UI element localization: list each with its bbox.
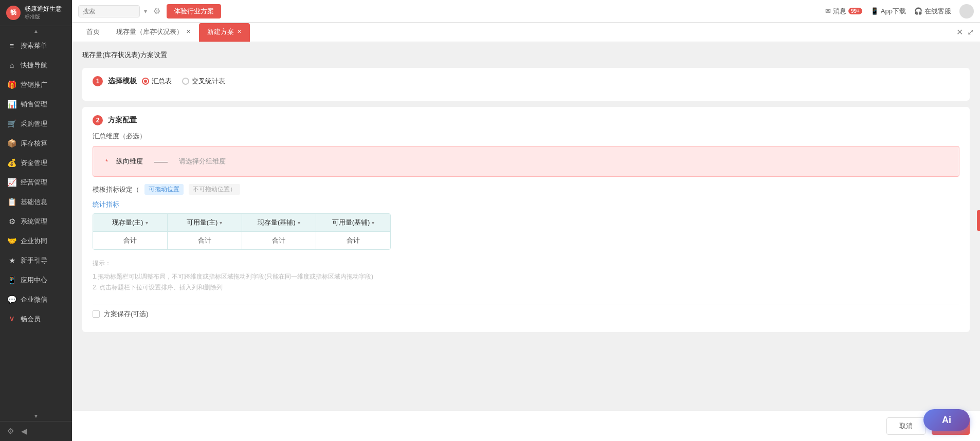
col-current-main: 现存量(主) ▾ 合计 <box>93 214 168 249</box>
sidebar-item-newbie[interactable]: ★ 新手引导 <box>0 251 72 270</box>
chevron-down-icon: ▾ <box>146 220 148 226</box>
col-current-main-cell: 合计 <box>93 232 167 249</box>
step1-block: 1 选择模板 汇总表 交叉统计表 <box>82 68 970 101</box>
home-tab-label: 首页 <box>86 27 100 36</box>
sidebar-item-partner[interactable]: 🤝 企业协同 <box>0 231 72 251</box>
dim-separator: —— <box>154 158 168 166</box>
step1-title: 选择模板 <box>108 77 137 86</box>
new-plan-tab-label: 新建方案 <box>207 27 234 36</box>
chevron-down-icon: ▾ <box>298 220 300 226</box>
topbar-gear-icon[interactable]: ⚙ <box>153 6 160 16</box>
sidebar-item-wechat[interactable]: 💬 企业微信 <box>0 290 72 309</box>
settings-icon[interactable]: ⚙ <box>7 427 14 436</box>
summary-dim-label: 汇总维度（必选） <box>93 132 959 141</box>
no-drag-badge: 不可拖动位置） <box>189 184 240 195</box>
message-badge: 99+ <box>848 8 862 14</box>
tab-new-plan-close-icon[interactable]: ✕ <box>237 28 242 35</box>
expand-window-icon[interactable]: ⤢ <box>967 27 974 37</box>
radio-cross[interactable]: 交叉统计表 <box>182 77 225 86</box>
topbar-right: ✉ 消息 99+ 📱 App下载 🎧 在线客服 <box>825 4 974 19</box>
app-icon: 📱 <box>870 7 879 15</box>
indicator-section: 模板指标设定（ 可拖动位置 不可拖动位置） 统计指标 现存量(主) ▾ 合计 <box>93 184 959 293</box>
system-icon: ⚙ <box>7 217 16 226</box>
vertical-dim-label: 纵向维度 <box>116 157 143 166</box>
avatar[interactable] <box>959 4 974 19</box>
stat-table-header: 现存量(主) ▾ 合计 可用量(主) ▾ 合计 <box>93 214 390 249</box>
save-checkbox[interactable] <box>93 310 100 318</box>
purchase-icon: 🛒 <box>7 119 16 128</box>
sidebar-item-marketing[interactable]: 🎁 营销推广 <box>0 75 72 95</box>
tip-2: 2. 点击标题栏下拉可设置排序、插入列和删除列 <box>93 282 959 293</box>
tab-home[interactable]: 首页 <box>78 23 108 42</box>
sidebar-item-finance[interactable]: 💰 资金管理 <box>0 153 72 173</box>
resize-handle[interactable] <box>977 210 980 231</box>
col-current-aux: 现存量(基辅) ▾ 合计 <box>242 214 317 249</box>
save-section: 方案保存(可选) <box>93 304 959 324</box>
sidebar-item-quick-nav[interactable]: ⌂ 快捷导航 <box>0 56 72 75</box>
topbar: ▾ ⚙ 体验行业方案 ✉ 消息 99+ 📱 App下载 🎧 在线客服 <box>72 0 980 23</box>
app-center-icon: 📱 <box>7 275 16 285</box>
sidebar-logo: 畅 畅康通好生意 标准版 <box>0 0 72 26</box>
partner-icon: 🤝 <box>7 236 16 246</box>
tab-inventory-status[interactable]: 现存量（库存状况表） ✕ <box>108 23 199 42</box>
app-download-btn[interactable]: 📱 App下载 <box>870 7 906 16</box>
sidebar-nav: ≡ 搜索菜单 ⌂ 快捷导航 🎁 营销推广 📊 销售管理 🛒 采购管理 📦 库存核… <box>0 36 72 411</box>
radio-summary-dot <box>142 78 149 85</box>
sidebar-scroll-up[interactable]: ▲ <box>0 26 72 36</box>
logo-icon: 畅 <box>6 6 21 20</box>
col-current-aux-header[interactable]: 现存量(基辅) ▾ <box>242 214 316 232</box>
sidebar-item-search-menu[interactable]: ≡ 搜索菜单 <box>0 36 72 56</box>
inventory-status-tab-label: 现存量（库存状况表） <box>116 27 183 36</box>
sidebar-item-member[interactable]: V 畅会员 <box>0 309 72 329</box>
required-star: * <box>105 158 108 166</box>
step2-block: 2 方案配置 汇总维度（必选） * 纵向维度 —— 请选择分组维度 模板指标设定… <box>82 107 970 332</box>
sidebar-item-app-center[interactable]: 📱 应用中心 <box>0 270 72 290</box>
dimension-area[interactable]: * 纵向维度 —— 请选择分组维度 <box>93 146 959 177</box>
sidebar-item-operations[interactable]: 📈 经营管理 <box>0 173 72 192</box>
sidebar-item-basic-info[interactable]: 📋 基础信息 <box>0 192 72 212</box>
trial-btn[interactable]: 体验行业方案 <box>167 4 221 19</box>
sidebar-item-system[interactable]: ⚙ 系统管理 <box>0 212 72 231</box>
indicator-setting-label: 模板指标设定（ 可拖动位置 不可拖动位置） <box>93 184 959 195</box>
ai-bubble-label: Ai <box>942 415 951 426</box>
chevron-down-icon: ▾ <box>220 220 222 226</box>
logo-text: 畅康通好生意 标准版 <box>25 5 62 21</box>
online-service-btn[interactable]: 🎧 在线客服 <box>914 7 951 16</box>
col-available-main-header[interactable]: 可用量(主) ▾ <box>168 214 242 232</box>
col-available-aux-header[interactable]: 可用量(基辅) ▾ <box>316 214 390 232</box>
message-icon: ✉ <box>825 7 831 15</box>
stat-table: 现存量(主) ▾ 合计 可用量(主) ▾ 合计 <box>93 213 391 250</box>
page-content: 现存量(库存状况表)方案设置 1 选择模板 汇总表 交叉统计表 <box>72 42 980 411</box>
message-btn[interactable]: ✉ 消息 99+ <box>825 7 862 16</box>
stat-indicators-title: 统计指标 <box>93 200 959 209</box>
sidebar: 畅 畅康通好生意 标准版 ▲ ≡ 搜索菜单 ⌂ 快捷导航 🎁 营销推广 📊 销售… <box>0 0 72 441</box>
step2-title: 方案配置 <box>108 116 137 125</box>
sidebar-item-label: 搜索菜单 <box>21 41 47 50</box>
radio-summary[interactable]: 汇总表 <box>142 77 172 86</box>
finance-icon: 💰 <box>7 158 16 168</box>
sidebar-scroll-down[interactable]: ▼ <box>0 411 72 421</box>
search-menu-icon: ≡ <box>7 41 16 50</box>
search-input[interactable] <box>78 5 140 17</box>
tab-inventory-close-icon[interactable]: ✕ <box>186 28 191 35</box>
operations-icon: 📈 <box>7 178 16 187</box>
sidebar-item-purchase[interactable]: 🛒 采购管理 <box>0 114 72 134</box>
tab-new-plan[interactable]: 新建方案 ✕ <box>199 23 250 42</box>
sidebar-item-inventory[interactable]: 📦 库存核算 <box>0 134 72 153</box>
step1-header: 1 选择模板 汇总表 交叉统计表 <box>93 76 959 86</box>
search-dropdown-icon[interactable]: ▾ <box>144 8 147 15</box>
tip-1: 1.拖动标题栏可以调整布局，不可跨维度或指标区域拖动列字段(只能在同一维度或指标… <box>93 271 959 283</box>
dim-placeholder: 请选择分组维度 <box>179 157 226 166</box>
save-label: 方案保存(可选) <box>104 309 149 319</box>
quick-nav-icon: ⌂ <box>7 61 16 70</box>
window-buttons: ✕ ⤢ <box>956 27 974 37</box>
volume-icon[interactable]: ◀ <box>21 427 27 436</box>
col-current-main-header[interactable]: 现存量(主) ▾ <box>93 214 167 232</box>
col-available-main: 可用量(主) ▾ 合计 <box>168 214 242 249</box>
cancel-button[interactable]: 取消 <box>886 417 925 435</box>
sidebar-footer: ⚙ ◀ <box>0 421 72 441</box>
ai-bubble[interactable]: Ai <box>923 409 970 431</box>
sidebar-item-sales[interactable]: 📊 销售管理 <box>0 95 72 114</box>
close-window-icon[interactable]: ✕ <box>956 27 963 37</box>
main-area: ▾ ⚙ 体验行业方案 ✉ 消息 99+ 📱 App下载 🎧 在线客服 首页 <box>72 0 980 441</box>
